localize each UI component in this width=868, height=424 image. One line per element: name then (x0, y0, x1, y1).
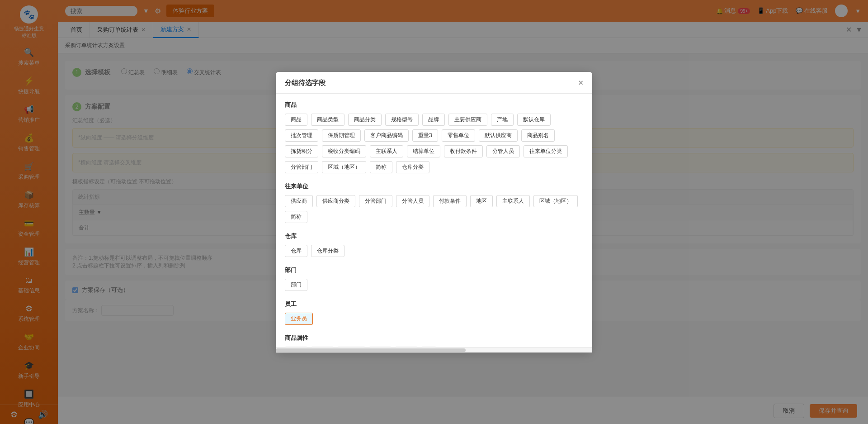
field-tag[interactable]: 主联系人 (496, 195, 530, 207)
field-tag[interactable]: 商品分类 (348, 114, 382, 126)
modal-close-button[interactable]: × (578, 78, 583, 88)
partner-section: 往来单位 供应商供应商分类分管部门分管人员付款条件地区主联系人区域（地区）简称 (285, 182, 583, 223)
field-tag[interactable]: 往来单位分类 (524, 145, 568, 157)
field-tag[interactable]: 客户商品编码 (364, 129, 409, 142)
field-tag[interactable]: 分管部门 (285, 161, 318, 173)
employee-section: 员工 业务员 (285, 300, 583, 325)
field-tag[interactable]: 供应商分类 (316, 195, 355, 207)
field-tag[interactable]: 付款条件 (433, 195, 467, 207)
field-tag[interactable]: 部门 (285, 279, 307, 291)
modal-title: 分组待选字段 (285, 79, 326, 87)
field-tag[interactable]: 商品 (285, 114, 307, 126)
field-tag[interactable]: 分管人员 (486, 145, 520, 157)
field-tag[interactable]: 税收分类编码 (322, 145, 366, 157)
field-tag[interactable]: 商品类型 (311, 114, 344, 126)
field-tag[interactable]: 仓库分类 (396, 161, 429, 173)
goods-field-tags: 商品商品类型商品分类规格型号品牌主要供应商产地默认仓库批次管理保质期管理客户商品… (285, 114, 583, 173)
field-tag[interactable]: 零售单位 (442, 129, 475, 142)
field-tag[interactable]: 供应商 (285, 195, 313, 207)
field-tag[interactable]: 简称 (285, 211, 307, 223)
field-tag[interactable]: 重量3 (412, 129, 438, 142)
field-tag[interactable]: 默认供应商 (479, 129, 518, 142)
field-tag[interactable]: 地区 (470, 195, 493, 207)
field-tag[interactable]: 区域（地区） (322, 161, 366, 173)
field-tag[interactable]: 拣货积分 (285, 145, 318, 157)
field-tag[interactable]: 结算单位 (407, 145, 440, 157)
warehouse-section: 仓库 仓库仓库分类 (285, 232, 583, 257)
field-tag[interactable]: 保质期管理 (322, 129, 361, 142)
field-tag[interactable]: 仓库分类 (311, 245, 344, 257)
field-tag[interactable]: 区域（地区） (533, 195, 578, 207)
field-tag[interactable]: 商品别名 (521, 129, 555, 142)
field-tag[interactable]: 默认仓库 (517, 114, 551, 126)
warehouse-section-title: 仓库 (285, 232, 583, 240)
field-select-modal: 分组待选字段 × 商品 商品商品类型商品分类规格型号品牌主要供应商产地默认仓库批… (276, 72, 592, 353)
field-tag[interactable]: 仓库 (285, 245, 307, 257)
goods-section: 商品 商品商品类型商品分类规格型号品牌主要供应商产地默认仓库批次管理保质期管理客… (285, 101, 583, 173)
department-field-tags: 部门 (285, 279, 583, 291)
horizontal-scrollbar-thumb (276, 348, 466, 352)
department-section-title: 部门 (285, 266, 583, 274)
product-attr-section-title: 商品属性 (285, 334, 583, 342)
partner-field-tags: 供应商供应商分类分管部门分管人员付款条件地区主联系人区域（地区）简称 (285, 195, 583, 223)
field-tag[interactable]: 规格型号 (385, 114, 419, 126)
modal-body: 商品 商品商品类型商品分类规格型号品牌主要供应商产地默认仓库批次管理保质期管理客… (276, 94, 592, 347)
field-tag[interactable]: 业务员 (285, 313, 313, 325)
field-tag[interactable]: 品牌 (422, 114, 445, 126)
horizontal-scrollbar[interactable] (276, 347, 592, 353)
warehouse-field-tags: 仓库仓库分类 (285, 245, 583, 257)
field-tag[interactable]: 分管人员 (396, 195, 429, 207)
field-tag[interactable]: 主联系人 (370, 145, 403, 157)
field-tag[interactable]: 简称 (370, 161, 392, 173)
department-section: 部门 部门 (285, 266, 583, 291)
field-tag[interactable]: 主要供应商 (448, 114, 487, 126)
field-tag[interactable]: 批次管理 (285, 129, 318, 142)
modal-header: 分组待选字段 × (276, 72, 592, 94)
goods-section-title: 商品 (285, 101, 583, 109)
field-tag[interactable]: 分管部门 (359, 195, 392, 207)
partner-section-title: 往来单位 (285, 182, 583, 191)
employee-field-tags: 业务员 (285, 313, 583, 325)
field-tag[interactable]: 产地 (491, 114, 514, 126)
product-attr-section: 商品属性 属性颜色多规格尺码鞋码1 (285, 334, 583, 347)
field-tag[interactable]: 收付款条件 (444, 145, 483, 157)
employee-section-title: 员工 (285, 300, 583, 308)
